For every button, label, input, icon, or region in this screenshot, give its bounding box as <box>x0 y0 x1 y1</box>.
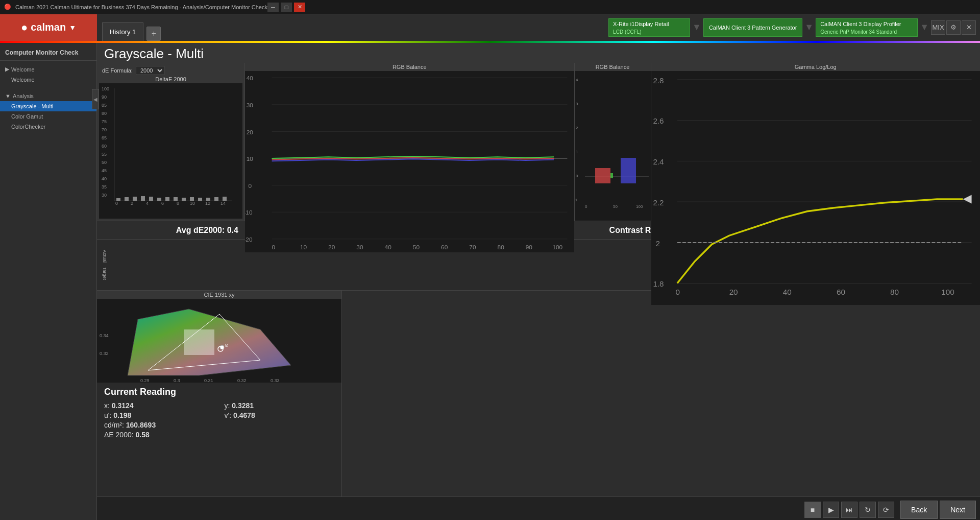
charts-row: dE Formula: 2000199476CMC DeltaE 2000 10… <box>97 63 980 221</box>
sidebar-item-grayscale-multi[interactable]: Grayscale - Multi <box>0 101 96 111</box>
svg-text:20: 20 <box>328 244 335 251</box>
cie-svg: ⊙ 0.34 0.32 0.29 0.3 0.31 0.32 0.33 <box>97 299 342 383</box>
rgb-balance-large-title: RGB Balance <box>245 63 574 71</box>
maximize-button[interactable]: □ <box>281 3 292 12</box>
next-button[interactable]: Next <box>940 501 976 519</box>
svg-text:2: 2 <box>655 239 659 248</box>
sidebar-group-welcome[interactable]: ▶ Welcome <box>0 64 96 75</box>
reading-panel: CIE 1931 xy <box>97 291 342 497</box>
sidebar-section-analysis: ▼ Analysis Grayscale - Multi Color Gamut… <box>0 88 96 135</box>
svg-rect-29 <box>157 198 161 201</box>
deltae-chart-section: dE Formula: 2000199476CMC DeltaE 2000 10… <box>97 63 245 221</box>
svg-text:80: 80 <box>498 244 505 251</box>
formula-select[interactable]: 2000199476CMC <box>136 66 164 75</box>
window-controls: ─ □ ✕ <box>267 3 305 12</box>
svg-text:3: 3 <box>576 102 578 106</box>
svg-text:1: 1 <box>576 150 578 154</box>
bottom-controls: ■ ▶ ⏭ ↻ ⟳ Back Next <box>97 497 980 520</box>
svg-text:55: 55 <box>102 152 107 157</box>
svg-text:2.2: 2.2 <box>653 198 664 207</box>
svg-rect-28 <box>149 197 153 201</box>
svg-text:100: 100 <box>636 204 643 209</box>
svg-text:1.8: 1.8 <box>653 279 664 288</box>
mix-button[interactable]: MIX <box>931 20 945 35</box>
tabs-bar: History 1 + <box>97 14 604 41</box>
profiler-label: CalMAN Client 3 Display Profiler <box>820 21 901 27</box>
svg-rect-34 <box>198 198 202 201</box>
data-table-section[interactable] <box>342 291 980 497</box>
cie-chart: CIE 1931 xy <box>97 291 341 383</box>
svg-rect-72 <box>621 158 636 183</box>
y-label: y: 0.3281 <box>225 401 335 410</box>
stop-button[interactable]: ■ <box>804 502 821 518</box>
gamma-chart: 2.8 2.6 2.4 2.2 2 1.8 0 20 40 60 80 100 <box>651 71 981 305</box>
svg-text:8: 8 <box>177 201 179 206</box>
svg-text:60: 60 <box>836 288 845 296</box>
svg-text:100: 100 <box>102 86 109 91</box>
svg-text:0.29: 0.29 <box>140 378 150 383</box>
svg-text:0: 0 <box>585 204 587 209</box>
svg-text:20: 20 <box>247 129 254 136</box>
sidebar-group-analysis[interactable]: ▼ Analysis <box>0 91 96 101</box>
svg-text:90: 90 <box>102 94 107 100</box>
svg-text:60: 60 <box>102 144 107 149</box>
svg-text:2.4: 2.4 <box>653 157 664 166</box>
svg-text:2.8: 2.8 <box>653 76 664 85</box>
refresh-button[interactable]: ⟳ <box>878 502 894 518</box>
svg-text:80: 80 <box>102 111 107 116</box>
close-button[interactable]: ✕ <box>294 3 305 12</box>
app-header: ● calman ▼ History 1 + X-Rite i1Display … <box>0 14 980 41</box>
play-button[interactable]: ▶ <box>823 502 839 518</box>
svg-text:60: 60 <box>441 244 448 251</box>
minimize-button[interactable]: ─ <box>267 3 279 12</box>
instrument-xrite[interactable]: X-Rite i1Display Retail LCD (CCFL) <box>608 18 690 37</box>
svg-text:100: 100 <box>552 244 562 251</box>
svg-text:30: 30 <box>356 244 363 251</box>
svg-text:2: 2 <box>131 201 133 206</box>
svg-text:40: 40 <box>782 288 791 296</box>
tab-history1[interactable]: History 1 <box>102 22 143 41</box>
svg-text:-10: -10 <box>245 209 253 216</box>
page-title: Grayscale - Multi <box>104 46 973 62</box>
formula-row: dE Formula: 2000199476CMC <box>99 65 242 76</box>
svg-text:0.31: 0.31 <box>204 378 213 383</box>
close-icon-button[interactable]: ✕ <box>962 20 976 35</box>
settings-icon-button[interactable]: ⚙ <box>946 20 961 35</box>
rgb-balance-small-chart: 4 3 2 1 0 -1 <box>575 71 651 221</box>
svg-text:70: 70 <box>469 244 476 251</box>
svg-text:4: 4 <box>146 201 149 206</box>
deltae-chart: 100 90 85 80 75 70 65 60 55 50 45 40 35 … <box>99 83 242 219</box>
svg-marker-95 <box>963 195 971 204</box>
svg-text:0.32: 0.32 <box>100 351 109 356</box>
instrument-pattern[interactable]: CalMAN Client 3 Pattern Generator <box>703 18 802 37</box>
svg-rect-24 <box>116 198 120 201</box>
svg-rect-33 <box>190 197 194 201</box>
sidebar-item-colorchecker[interactable]: ColorChecker <box>0 122 96 132</box>
instrument-bar: X-Rite i1Display Retail LCD (CCFL) ▼ Cal… <box>604 14 980 41</box>
svg-text:0.33: 0.33 <box>271 378 280 383</box>
svg-text:75: 75 <box>102 119 107 124</box>
loop-button[interactable]: ↻ <box>860 502 876 518</box>
back-button[interactable]: Back <box>900 501 938 519</box>
sidebar-item-color-gamut[interactable]: Color Gamut <box>0 111 96 122</box>
svg-text:90: 90 <box>526 244 533 251</box>
tab-add-button[interactable]: + <box>146 27 161 41</box>
sidebar-item-welcome[interactable]: Welcome <box>0 75 96 85</box>
svg-text:14: 14 <box>220 201 226 206</box>
analysis-group-label: Analysis <box>13 93 34 99</box>
svg-rect-97 <box>184 329 214 355</box>
sidebar-collapse-button[interactable]: ◀ <box>92 89 99 109</box>
svg-text:⊙: ⊙ <box>225 343 229 348</box>
playback-controls: ■ ▶ ⏭ ↻ ⟳ <box>804 502 894 518</box>
formula-label: dE Formula: <box>102 67 133 74</box>
gamma-chart-title: Gamma Log/Log <box>651 63 981 71</box>
svg-text:85: 85 <box>102 103 107 108</box>
swatch-side-labels: Actual Target <box>97 240 112 290</box>
instrument-profiler[interactable]: CalMAN Client 3 Display Profiler Generic… <box>816 18 918 37</box>
svg-rect-31 <box>174 197 178 201</box>
deltae-chart-title: DeltaE 2000 <box>99 76 242 82</box>
svg-rect-37 <box>223 197 227 201</box>
svg-text:70: 70 <box>102 127 107 132</box>
step-forward-button[interactable]: ⏭ <box>841 502 857 518</box>
svg-rect-25 <box>125 197 129 201</box>
